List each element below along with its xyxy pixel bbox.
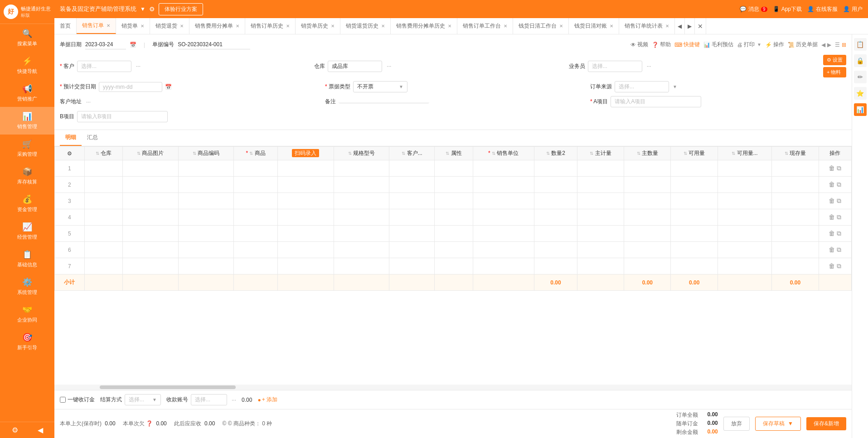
cell-warehouse[interactable] bbox=[84, 242, 122, 258]
delete-icon[interactable]: 🗑 bbox=[829, 262, 835, 270]
tabs-next-arrow[interactable]: ▶ bbox=[685, 18, 695, 34]
cell-available[interactable] bbox=[671, 209, 718, 226]
cell-scan[interactable] bbox=[278, 177, 334, 193]
tab-close-icon[interactable]: ✕ bbox=[331, 24, 335, 29]
cell-code[interactable] bbox=[178, 226, 234, 242]
copy-icon[interactable]: ⧉ bbox=[837, 230, 841, 237]
cell-available2[interactable] bbox=[718, 209, 771, 226]
cell-qty2[interactable] bbox=[534, 160, 577, 177]
customer-input[interactable]: 选择... bbox=[77, 61, 131, 72]
cell-main_unit[interactable] bbox=[577, 226, 624, 242]
user-item[interactable]: 👤 用户 bbox=[843, 5, 863, 13]
table-tab-0[interactable]: 明细 bbox=[60, 130, 82, 146]
cell-unit[interactable] bbox=[473, 177, 534, 193]
cell-customer_code[interactable] bbox=[389, 226, 435, 242]
sort-icon[interactable]: ⇅ bbox=[249, 151, 253, 156]
cell-attr[interactable] bbox=[435, 258, 473, 274]
sort-icon[interactable]: ⇅ bbox=[637, 151, 640, 156]
delivery-input[interactable]: yyyy-mm-dd bbox=[99, 82, 162, 92]
cell-customer_code[interactable] bbox=[389, 177, 435, 193]
view-btn[interactable]: 👁 视频 bbox=[630, 41, 648, 48]
nav-tab-4[interactable]: 销售费用分摊单✕ bbox=[189, 18, 245, 34]
cell-settings[interactable]: 7 bbox=[55, 258, 85, 274]
sidebar-settings-icon[interactable]: ⚙ bbox=[12, 426, 18, 434]
cell-code[interactable] bbox=[178, 209, 234, 226]
copy-icon[interactable]: ⧉ bbox=[837, 197, 841, 205]
cell-product[interactable] bbox=[234, 258, 278, 274]
cell-scan[interactable] bbox=[278, 193, 334, 209]
delete-icon[interactable]: 🗑 bbox=[829, 246, 835, 254]
cell-image[interactable] bbox=[122, 209, 178, 226]
cell-main_qty[interactable] bbox=[624, 226, 671, 242]
cell-spec[interactable] bbox=[334, 177, 389, 193]
cell-main_qty[interactable] bbox=[624, 209, 671, 226]
right-btn-3[interactable]: ✏ bbox=[854, 71, 867, 83]
cell-customer_code[interactable] bbox=[389, 160, 435, 177]
save-draft-dropdown-icon[interactable]: ▼ bbox=[788, 420, 793, 427]
tab-close-icon[interactable]: ✕ bbox=[610, 24, 613, 29]
right-btn-5[interactable]: 📊 bbox=[854, 103, 867, 116]
tab-close-icon[interactable]: ✕ bbox=[286, 24, 290, 29]
help-btn[interactable]: ❓ 帮助 bbox=[652, 41, 671, 48]
cell-available2[interactable] bbox=[718, 258, 771, 274]
nav-tab-11[interactable]: 钱货日清对账✕ bbox=[569, 18, 619, 34]
staff-input[interactable]: 选择... bbox=[588, 61, 642, 72]
cell-current[interactable] bbox=[772, 177, 819, 193]
note-input[interactable] bbox=[339, 100, 429, 103]
sidebar-item-快捷导航[interactable]: ⚡快捷导航 bbox=[0, 52, 54, 79]
nav-tab-7[interactable]: 销货退货历史✕ bbox=[340, 18, 391, 34]
invoice-select[interactable]: 不开票 ▼ bbox=[353, 81, 407, 92]
tabs-close-all[interactable]: ✕ bbox=[695, 18, 706, 34]
cell-unit[interactable] bbox=[473, 209, 534, 226]
a-project-input[interactable]: 请输入A项目 bbox=[611, 96, 701, 107]
profit-btn[interactable]: 📊 毛利预估 bbox=[703, 41, 733, 48]
nav-tab-6[interactable]: 销货单历史✕ bbox=[296, 18, 340, 34]
sidebar-item-库存核算[interactable]: 📦库存核算 bbox=[0, 162, 54, 190]
list-view-icon[interactable]: ☰ bbox=[835, 42, 840, 48]
cell-unit[interactable] bbox=[473, 242, 534, 258]
tab-close-icon[interactable]: ✕ bbox=[448, 24, 451, 29]
cell-image[interactable] bbox=[122, 226, 178, 242]
cell-scan[interactable] bbox=[278, 209, 334, 226]
tab-close-icon[interactable]: ✕ bbox=[180, 24, 184, 29]
history-btn[interactable]: 📜 历史单据 bbox=[788, 41, 818, 48]
cell-warehouse[interactable] bbox=[84, 258, 122, 274]
copy-icon[interactable]: ⧉ bbox=[837, 164, 841, 172]
sidebar-item-基础信息[interactable]: 📋基础信息 bbox=[0, 245, 54, 273]
nav-tab-1[interactable]: 销售订单✕ bbox=[77, 18, 116, 34]
warehouse-input[interactable]: 成品库 bbox=[328, 61, 382, 72]
cell-attr[interactable] bbox=[435, 226, 473, 242]
cell-main_unit[interactable] bbox=[577, 160, 624, 177]
solution-button[interactable]: 体验行业方案 bbox=[159, 3, 203, 15]
cell-scan[interactable] bbox=[278, 160, 334, 177]
delivery-calendar-icon[interactable]: 📅 bbox=[165, 84, 172, 90]
cell-qty2[interactable] bbox=[534, 177, 577, 193]
delete-icon[interactable]: 🗑 bbox=[829, 213, 835, 221]
sort-icon[interactable]: ⇅ bbox=[684, 151, 687, 156]
sort-icon[interactable]: ⇅ bbox=[137, 151, 141, 156]
cell-current[interactable] bbox=[772, 242, 819, 258]
date-input[interactable]: 2023-03-24 bbox=[85, 40, 126, 49]
nav-tab-2[interactable]: 销货单✕ bbox=[116, 18, 150, 34]
cell-action[interactable]: 🗑⧉ bbox=[819, 242, 851, 258]
cell-settings[interactable]: 6 bbox=[55, 242, 85, 258]
cell-customer_code[interactable] bbox=[389, 209, 435, 226]
cell-main_unit[interactable] bbox=[577, 242, 624, 258]
cell-settings[interactable]: 3 bbox=[55, 193, 85, 209]
cell-unit[interactable] bbox=[473, 258, 534, 274]
cell-unit[interactable] bbox=[473, 193, 534, 209]
sidebar-item-销售管理[interactable]: 📊销售管理 bbox=[0, 107, 54, 135]
cell-spec[interactable] bbox=[334, 258, 389, 274]
add-material-button[interactable]: + 物料 bbox=[823, 67, 846, 77]
sort-icon[interactable]: ⇅ bbox=[492, 151, 495, 156]
nav-tab-0[interactable]: 首页 bbox=[54, 18, 77, 34]
sort-icon[interactable]: ⇅ bbox=[402, 151, 405, 156]
quick-payment-check[interactable] bbox=[60, 397, 66, 403]
nav-tab-9[interactable]: 销售订单工作台✕ bbox=[457, 18, 513, 34]
message-item[interactable]: 💬 消息 9 bbox=[740, 5, 767, 13]
cell-settings[interactable]: 2 bbox=[55, 177, 85, 193]
cell-attr[interactable] bbox=[435, 193, 473, 209]
shortcuts-btn[interactable]: ⌨ 快捷键 bbox=[674, 41, 700, 48]
cell-action[interactable]: 🗑⧉ bbox=[819, 226, 851, 242]
cell-code[interactable] bbox=[178, 258, 234, 274]
